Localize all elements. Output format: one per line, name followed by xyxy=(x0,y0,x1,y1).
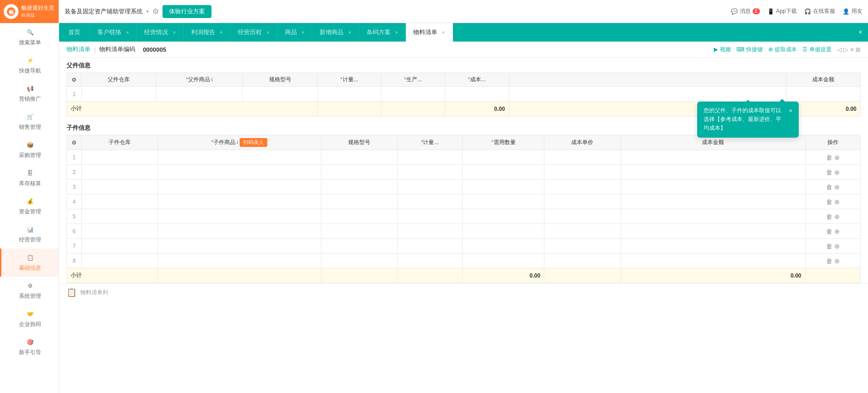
tab-close-history[interactable]: × xyxy=(266,30,269,35)
child-goods-1[interactable] xyxy=(158,150,321,165)
sidebar-item-purchase[interactable]: 📦 采购管理 xyxy=(0,136,59,164)
delete-icon-2[interactable]: 🗑 xyxy=(826,169,832,176)
child-unit-8[interactable] xyxy=(397,254,463,268)
child-warehouse-7[interactable] xyxy=(82,239,158,254)
message-button[interactable]: 💬 消息 6 xyxy=(731,7,760,15)
parent-spec-1[interactable] xyxy=(243,87,317,102)
child-price-4[interactable] xyxy=(544,194,621,209)
delete-icon-4[interactable]: 🗑 xyxy=(826,198,832,206)
child-unit-1[interactable] xyxy=(397,150,463,165)
child-price-1[interactable] xyxy=(544,150,621,165)
child-col-settings-icon[interactable]: ⚙ xyxy=(72,139,77,146)
child-spec-4[interactable] xyxy=(321,194,397,209)
sidebar-item-operation[interactable]: 📊 经营管理 xyxy=(0,220,59,248)
delete-icon-1[interactable]: 🗑 xyxy=(826,154,832,161)
child-need-5[interactable] xyxy=(463,209,544,224)
child-price-7[interactable] xyxy=(544,239,621,254)
child-unit-3[interactable] xyxy=(397,180,463,194)
tab-home[interactable]: 首页 xyxy=(59,23,90,42)
child-unit-6[interactable] xyxy=(397,224,463,239)
child-goods-6[interactable] xyxy=(158,224,321,239)
child-goods-2[interactable] xyxy=(158,165,321,180)
sidebar-item-marketing[interactable]: 📢 营销推广 xyxy=(0,79,59,108)
child-price-6[interactable] xyxy=(544,224,621,239)
child-need-6[interactable] xyxy=(463,224,544,239)
tab-customer[interactable]: 客户联络 × xyxy=(90,23,137,42)
copy-icon-8[interactable]: ⊕ xyxy=(834,257,840,265)
copy-icon-5[interactable]: ⊕ xyxy=(834,213,840,220)
tab-close-customer[interactable]: × xyxy=(126,30,129,35)
sidebar-item-inventory[interactable]: 🗄 库存核算 xyxy=(0,164,59,192)
child-need-3[interactable] xyxy=(463,180,544,194)
child-price-2[interactable] xyxy=(544,165,621,180)
system-dropdown-arrow[interactable]: ▾ xyxy=(146,9,149,14)
child-goods-info-icon[interactable]: ℹ xyxy=(236,139,238,145)
tab-close-barcode[interactable]: × xyxy=(395,30,398,35)
app-download-button[interactable]: 📱 App下载 xyxy=(767,7,797,15)
delete-icon-8[interactable]: 🗑 xyxy=(826,257,832,265)
sidebar-item-enterprise[interactable]: 🤝 企业协同 xyxy=(0,305,59,333)
child-warehouse-4[interactable] xyxy=(82,194,158,209)
child-need-2[interactable] xyxy=(463,165,544,180)
delete-icon-5[interactable]: 🗑 xyxy=(826,213,832,220)
tab-close-goods[interactable]: × xyxy=(301,30,304,35)
prev-arrow[interactable]: ◁ xyxy=(837,46,842,53)
sidebar-item-sales[interactable]: 🛒 销售管理 xyxy=(0,108,59,136)
parent-goods-info-icon[interactable]: ℹ xyxy=(211,77,213,82)
copy-icon-2[interactable]: ⊕ xyxy=(834,169,840,176)
grid-view-icon[interactable]: ⊞ xyxy=(856,46,861,53)
tooltip-close-button[interactable]: × xyxy=(789,106,792,116)
child-spec-2[interactable] xyxy=(321,165,397,180)
tab-goods[interactable]: 商品 × xyxy=(277,23,312,42)
tab-barcode[interactable]: 条码方案 × xyxy=(359,23,406,42)
parent-cost-1[interactable] xyxy=(445,87,509,102)
child-warehouse-5[interactable] xyxy=(82,209,158,224)
sidebar-item-system[interactable]: ⚙ 系统管理 xyxy=(0,277,59,305)
cost-btn[interactable]: ⊕ 提取成本 xyxy=(768,46,797,54)
child-goods-7[interactable] xyxy=(158,239,321,254)
list-view-icon[interactable]: ≡ xyxy=(850,46,854,53)
close-all-tabs[interactable]: × xyxy=(853,28,868,36)
copy-icon-4[interactable]: ⊕ xyxy=(834,198,840,206)
child-warehouse-8[interactable] xyxy=(82,254,158,268)
sidebar-item-basic[interactable]: 📋 基础信息 xyxy=(0,248,59,277)
tab-history[interactable]: 经营历程 × xyxy=(230,23,277,42)
breadcrumb[interactable]: 物料清单 xyxy=(66,45,90,54)
child-spec-6[interactable] xyxy=(321,224,397,239)
col-settings-icon[interactable]: ⚙ xyxy=(72,77,77,83)
child-need-7[interactable] xyxy=(463,239,544,254)
view-btn[interactable]: ▶ 视频 xyxy=(714,46,731,54)
child-need-1[interactable] xyxy=(463,150,544,165)
child-price-5[interactable] xyxy=(544,209,621,224)
child-spec-1[interactable] xyxy=(321,150,397,165)
child-spec-7[interactable] xyxy=(321,239,397,254)
tab-close-newgoods[interactable]: × xyxy=(348,30,351,35)
parent-produce-1[interactable] xyxy=(381,87,445,102)
tab-newgoods[interactable]: 新增商品 × xyxy=(312,23,359,42)
child-warehouse-6[interactable] xyxy=(82,224,158,239)
child-spec-8[interactable] xyxy=(321,254,397,268)
settings-icon[interactable]: ⚙ xyxy=(152,7,159,16)
child-warehouse-3[interactable] xyxy=(82,180,158,194)
tab-close-operation[interactable]: × xyxy=(173,30,175,35)
delete-icon-6[interactable]: 🗑 xyxy=(826,228,832,235)
sidebar-item-quicknav[interactable]: ⚡ 快捷导航 xyxy=(0,51,59,79)
settings-btn[interactable]: ☰ 单据设置 xyxy=(802,46,832,54)
child-need-4[interactable] xyxy=(463,194,544,209)
parent-warehouse-1[interactable] xyxy=(82,87,156,102)
tab-close-profit[interactable]: × xyxy=(220,30,223,35)
child-goods-4[interactable] xyxy=(158,194,321,209)
next-arrow[interactable]: ▷ xyxy=(844,46,848,53)
child-warehouse-2[interactable] xyxy=(82,165,158,180)
parent-goods-1[interactable] xyxy=(156,87,243,102)
child-spec-5[interactable] xyxy=(321,209,397,224)
sidebar-item-finance[interactable]: 💰 资金管理 xyxy=(0,192,59,220)
delete-icon-7[interactable]: 🗑 xyxy=(826,242,832,250)
child-price-8[interactable] xyxy=(544,254,621,268)
service-button[interactable]: 🎧 在线客服 xyxy=(804,7,835,15)
copy-icon-3[interactable]: ⊕ xyxy=(834,183,840,191)
child-spec-3[interactable] xyxy=(321,180,397,194)
scan-button[interactable]: 扫码录入 xyxy=(240,138,267,147)
child-warehouse-1[interactable] xyxy=(82,150,158,165)
child-unit-4[interactable] xyxy=(397,194,463,209)
